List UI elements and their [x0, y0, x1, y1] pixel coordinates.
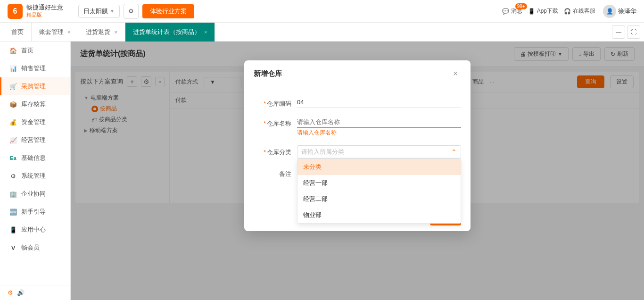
apps-icon: 📱 — [9, 225, 17, 234]
user-menu[interactable]: 👤 徐泽华 — [603, 5, 636, 18]
sidebar-item-operation-label: 经营管理 — [21, 136, 46, 144]
category-select[interactable]: 请输入所属分类 ⌃ — [297, 145, 461, 158]
tab-account-label: 账套管理 — [39, 28, 64, 36]
tab-purchase-stat-close[interactable]: × — [204, 29, 207, 35]
store-name: 日太阳膜 — [83, 7, 108, 16]
gear-icon: ⚙ — [128, 8, 134, 15]
tabbar: 首页 账套管理 × 进货退货 × 进货单统计表（按商品） × — ⛶ — [0, 23, 644, 42]
tab-purchase-stat[interactable]: 进货单统计表（按商品） × — [125, 23, 215, 42]
topbar-center: 日太阳膜 ▼ ⚙ 体验行业方案 — [78, 4, 502, 19]
tab-expand-button[interactable]: ⛶ — [627, 25, 640, 39]
avatar: 👤 — [603, 5, 616, 18]
main-layout: 🏠 首页 📊 销售管理 🛒 采购管理 📦 库存核算 💰 资金管理 📈 经营管理 … — [0, 42, 644, 300]
name-control: 请输入仓库名称 — [297, 117, 461, 137]
brand-sub: 精品版 — [26, 11, 63, 18]
brand-name: 畅捷通好生意 — [26, 4, 63, 12]
sidebar-item-home-label: 首页 — [21, 46, 33, 55]
trial-button[interactable]: 体验行业方案 — [142, 4, 194, 18]
online-service-button[interactable]: 🎧 在线客服 — [564, 7, 595, 15]
code-label: 仓库编码 — [254, 97, 291, 108]
code-input[interactable] — [297, 97, 461, 108]
app-label: App下载 — [537, 7, 558, 15]
content-area: 进货单统计(按商品) 🖨 按模板打印 ▼ ↓ 导出 ↻ 刷新 — [71, 42, 644, 300]
username: 徐泽华 — [618, 7, 636, 16]
form-row-code: 仓库编码 — [254, 97, 461, 108]
topbar: 6 畅捷通好生意 精品版 日太阳膜 ▼ ⚙ 体验行业方案 💬 消息 99+ 📱 … — [0, 0, 644, 23]
sidebar-item-sales-label: 销售管理 — [21, 64, 46, 73]
headset-icon: 🎧 — [564, 8, 571, 15]
store-selector[interactable]: 日太阳膜 ▼ — [78, 5, 120, 18]
sidebar-item-guide-label: 新手引导 — [21, 208, 46, 216]
dropdown-item-dept1[interactable]: 经营一部 — [297, 175, 461, 191]
topbar-icons: 💬 消息 99+ 📱 App下载 🎧 在线客服 — [502, 7, 595, 15]
sidebar-item-finance[interactable]: 💰 资金管理 — [0, 113, 70, 131]
sidebar-item-apps[interactable]: 📱 应用中心 — [0, 221, 70, 239]
sidebar-item-inventory[interactable]: 📦 库存核算 — [0, 95, 70, 113]
sidebar-item-apps-label: 应用中心 — [21, 225, 46, 234]
sidebar-item-purchase[interactable]: 🛒 采购管理 — [0, 77, 70, 95]
sidebar-item-member[interactable]: V 畅会员 — [0, 239, 70, 257]
guide-icon: 🆕 — [9, 208, 17, 216]
service-label: 在线客服 — [573, 7, 595, 15]
category-control: 请输入所属分类 ⌃ 未分类 经营一部 经营二部 物业部 — [297, 145, 461, 158]
sidebar-item-operation[interactable]: 📈 经营管理 — [0, 131, 70, 149]
sidebar-item-inventory-label: 库存核算 — [21, 100, 46, 108]
tab-purchase-stat-label: 进货单统计表（按商品） — [133, 28, 200, 36]
home-icon: 🏠 — [9, 46, 17, 55]
chevron-down-icon: ▼ — [110, 8, 115, 14]
message-badge: 99+ — [515, 3, 527, 9]
dropdown-item-dept2[interactable]: 经营二部 — [297, 191, 461, 207]
sidebar-item-member-label: 畅会员 — [21, 243, 40, 252]
sales-icon: 📊 — [9, 64, 17, 73]
message-button[interactable]: 💬 消息 99+ — [502, 7, 522, 15]
tab-minimize-button[interactable]: — — [612, 25, 625, 39]
sidebar: 🏠 首页 📊 销售管理 🛒 采购管理 📦 库存核算 💰 资金管理 📈 经营管理 … — [0, 42, 71, 300]
dropdown-item-uncategorized[interactable]: 未分类 — [297, 159, 461, 175]
dropdown-item-dept3[interactable]: 物业部 — [297, 207, 461, 223]
tab-purchase-return[interactable]: 进货退货 × — [78, 23, 125, 42]
name-input[interactable] — [297, 117, 461, 128]
settings-button[interactable]: ⚙ — [124, 4, 139, 19]
app-download-button[interactable]: 📱 App下载 — [528, 7, 558, 15]
purchase-icon: 🛒 — [9, 82, 17, 91]
enterprise-icon: 🏢 — [9, 190, 17, 198]
inventory-icon: 📦 — [9, 100, 17, 108]
modal-header: 新增仓库 × — [244, 60, 471, 87]
chevron-up-icon: ⌃ — [451, 148, 457, 156]
form-row-category: 仓库分类 请输入所属分类 ⌃ 未分类 经营一部 经营二部 物业 — [254, 145, 461, 158]
note-label: 备注 — [254, 167, 291, 178]
sidebar-item-guide[interactable]: 🆕 新手引导 — [0, 203, 70, 221]
code-control — [297, 97, 461, 108]
modal-new-warehouse: 新增仓库 × 仓库编码 仓库名称 — [244, 60, 471, 231]
logo-icon: 6 — [8, 4, 23, 19]
basic-icon: Ea — [9, 154, 17, 162]
name-label: 仓库名称 — [254, 117, 291, 128]
tab-account[interactable]: 账套管理 × — [32, 23, 78, 42]
name-error-msg: 请输入仓库名称 — [297, 129, 461, 137]
sidebar-item-sales[interactable]: 📊 销售管理 — [0, 59, 70, 77]
collapse-icon[interactable]: 🔊 — [17, 289, 25, 296]
topbar-right: 💬 消息 99+ 📱 App下载 🎧 在线客服 👤 徐泽华 — [502, 5, 636, 18]
category-placeholder: 请输入所属分类 — [301, 148, 344, 156]
phone-icon: 📱 — [528, 8, 535, 15]
tab-account-close[interactable]: × — [67, 29, 70, 35]
message-icon: 💬 — [502, 8, 509, 15]
sidebar-item-enterprise-label: 企业协同 — [21, 190, 46, 198]
modal-title: 新增仓库 — [254, 69, 282, 78]
sidebar-item-basic[interactable]: Ea 基础信息 — [0, 149, 70, 167]
sidebar-item-home[interactable]: 🏠 首页 — [0, 42, 70, 59]
tab-purchase-return-close[interactable]: × — [114, 29, 117, 35]
modal-close-button[interactable]: × — [450, 68, 461, 79]
sidebar-bottom: ⚙ 🔊 — [0, 285, 70, 300]
settings-bottom-icon[interactable]: ⚙ — [8, 289, 13, 296]
tab-purchase-return-label: 进货退货 — [86, 28, 110, 36]
tab-home[interactable]: 首页 — [4, 23, 32, 42]
sidebar-item-system[interactable]: ⚙ 系统管理 — [0, 167, 70, 185]
tab-actions: — ⛶ — [612, 25, 640, 39]
system-icon: ⚙ — [9, 172, 17, 180]
operation-icon: 📈 — [9, 136, 17, 144]
category-label: 仓库分类 — [254, 145, 291, 157]
sidebar-item-basic-label: 基础信息 — [21, 154, 46, 162]
sidebar-item-enterprise[interactable]: 🏢 企业协同 — [0, 185, 70, 203]
form-row-name: 仓库名称 请输入仓库名称 — [254, 117, 461, 137]
